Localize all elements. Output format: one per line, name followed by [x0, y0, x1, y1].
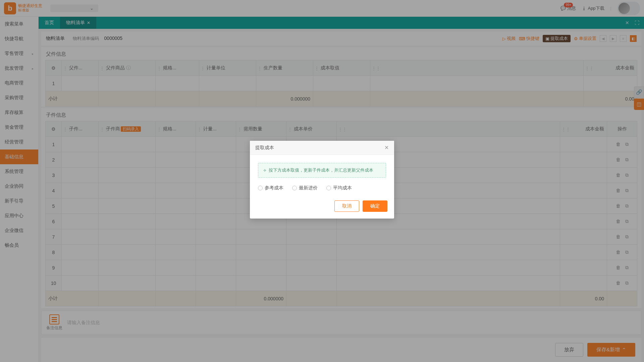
- cost-options: 参考成本最新进价平均成本: [258, 185, 386, 191]
- cost-option-2[interactable]: 平均成本: [326, 185, 352, 191]
- modal-close-button[interactable]: ✕: [384, 144, 389, 151]
- modal-ok-button[interactable]: 确定: [363, 200, 387, 212]
- modal-tip: ✧ 按下方成本取值，更新子件成本，并汇总更新父件成本: [258, 163, 386, 178]
- cost-option-1[interactable]: 最新进价: [292, 185, 318, 191]
- modal-title: 提取成本: [255, 145, 274, 151]
- lightbulb-icon: ✧: [263, 168, 267, 173]
- extract-cost-modal: 提取成本 ✕ ✧ 按下方成本取值，更新子件成本，并汇总更新父件成本 参考成本最新…: [250, 141, 394, 219]
- modal-header: 提取成本 ✕: [250, 141, 394, 155]
- radio-icon: [258, 186, 263, 190]
- modal-cancel-button[interactable]: 取消: [334, 200, 359, 212]
- radio-icon: [326, 186, 331, 190]
- radio-icon: [292, 186, 297, 190]
- cost-option-0[interactable]: 参考成本: [258, 185, 283, 191]
